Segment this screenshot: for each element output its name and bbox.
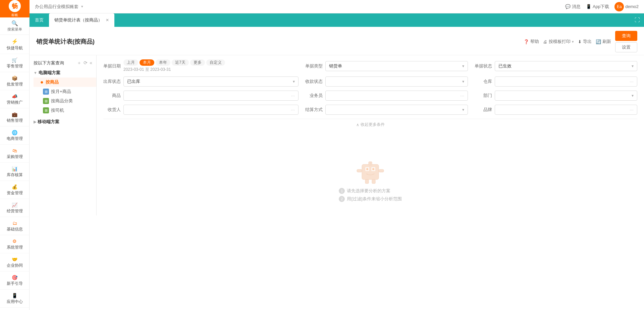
filter-doc-type-item: 单据类型 销货单 ▾ bbox=[305, 61, 468, 71]
help-label: 帮助 bbox=[530, 39, 539, 45]
content-body: 按以下方案查询 ＋ ⟳ « ▼ 电脑端方案 ● 按商品 bbox=[30, 55, 644, 215]
recipient-more-icon[interactable]: ··· bbox=[291, 107, 295, 112]
date-this-month-btn[interactable]: 本月 bbox=[140, 59, 154, 66]
left-sidebar: 畅 标账 🔍 搜索菜单 ⚡ 快捷导航 🛒 零售管理 📦 批发管理 📣 营销推广 … bbox=[0, 0, 30, 310]
user-profile-btn[interactable]: Ea demo2 bbox=[614, 2, 639, 11]
basic-item[interactable]: 🗂 基础信息 bbox=[0, 217, 29, 235]
salesperson-more-icon[interactable]: ··· bbox=[460, 93, 464, 98]
apps-item[interactable]: 📱 应用中心 bbox=[0, 290, 29, 308]
filter-row-3: 商品 ··· 业务员 ··· bbox=[103, 91, 637, 101]
setting-button[interactable]: 设置 bbox=[615, 42, 637, 52]
warehouse-more-icon[interactable]: ··· bbox=[630, 79, 634, 84]
marketing-item[interactable]: 📣 营销推广 bbox=[0, 90, 29, 108]
date-prev-month-btn[interactable]: 上月 bbox=[123, 59, 138, 66]
dept-label: 部门 bbox=[475, 93, 495, 99]
sales-item[interactable]: 💼 销售管理 bbox=[0, 108, 29, 126]
help-btn[interactable]: ❓ 帮助 bbox=[524, 39, 539, 45]
topbar-left: 办公用品行业模拟账套 ▾ bbox=[35, 4, 83, 10]
tree-item-by-goods[interactable]: ● 按商品 bbox=[34, 78, 96, 87]
date-7-days-btn[interactable]: 近7天 bbox=[172, 59, 189, 66]
finance-item[interactable]: 💰 资金管理 bbox=[0, 181, 29, 199]
warehouse-select[interactable]: ··· bbox=[495, 76, 637, 87]
collapse-filter-btn[interactable]: ∧ 收起更多条件 bbox=[103, 119, 637, 130]
newbie-label: 新手引导 bbox=[7, 281, 23, 287]
purchase-item[interactable]: 🛍 采购管理 bbox=[0, 145, 29, 163]
tree-pc-category[interactable]: ▼ 电脑端方案 bbox=[30, 68, 96, 78]
retail-item[interactable]: 🛒 零售管理 bbox=[0, 54, 29, 72]
filter-settlement-item: 结算方式 ▾ bbox=[305, 105, 468, 115]
basic-label: 基础信息 bbox=[7, 226, 23, 232]
quick-nav-item[interactable]: ⚡ 快捷导航 bbox=[0, 35, 29, 54]
system-item[interactable]: ⚙ 系统管理 bbox=[0, 235, 29, 253]
by-goods-label: 按商品 bbox=[46, 79, 59, 85]
doc-type-select[interactable]: 销货单 ▾ bbox=[325, 61, 468, 71]
doc-status-dropdown-icon: ▾ bbox=[632, 64, 634, 68]
tree-item-by-goods-cat[interactable]: ⊞ 按商品分类 bbox=[34, 96, 96, 106]
doc-status-select[interactable]: 已生效 ▾ bbox=[495, 61, 637, 71]
message-label: 消息 bbox=[572, 4, 581, 10]
tree-pc-label: 电脑端方案 bbox=[39, 70, 60, 76]
filter-warehouse-out-item: 出库状态 已出库 ▾ bbox=[103, 76, 299, 87]
template-print-btn[interactable]: 🖨 按模板打印 ▾ bbox=[543, 39, 574, 45]
dept-select[interactable]: ▾ bbox=[495, 91, 637, 101]
query-button[interactable]: 查询 bbox=[615, 31, 637, 41]
ecommerce-item[interactable]: 🌐 电商管理 bbox=[0, 126, 29, 145]
filter-brand-item: 品牌 ··· bbox=[475, 105, 637, 115]
collapse-panel-icon[interactable]: « bbox=[90, 60, 92, 66]
industry-label: 办公用品行业模拟账套 bbox=[35, 4, 78, 10]
date-this-year-btn[interactable]: 本年 bbox=[156, 59, 170, 66]
app-logo[interactable]: 畅 标账 bbox=[0, 0, 30, 17]
tab-expand-icon[interactable]: ⛶ bbox=[635, 17, 644, 23]
brand-select[interactable]: ··· bbox=[495, 105, 637, 115]
operations-item[interactable]: 📈 经营管理 bbox=[0, 199, 29, 217]
main-area: 办公用品行业模拟账套 ▾ 💬 消息 📱 App下载 Ea demo2 首页 销货… bbox=[30, 0, 644, 310]
add-scheme-icon[interactable]: ＋ bbox=[77, 60, 82, 66]
refresh-icon: 🔄 bbox=[596, 39, 601, 44]
wechat-item[interactable]: 💬 企业微信 bbox=[0, 308, 29, 310]
industry-dropdown[interactable]: ▾ bbox=[81, 4, 83, 9]
message-btn[interactable]: 💬 消息 bbox=[565, 4, 581, 10]
recipient-select[interactable]: ··· bbox=[123, 105, 299, 115]
tab-sales-stat[interactable]: 销货单统计表（按商品） ✕ bbox=[49, 13, 114, 27]
svg-point-3 bbox=[366, 168, 368, 170]
logo-icon: 畅 bbox=[9, 0, 21, 12]
refresh-btn[interactable]: 🔄 刷新 bbox=[596, 39, 611, 45]
date-more-btn[interactable]: 更多 bbox=[190, 59, 205, 66]
tab-home[interactable]: 首页 bbox=[30, 13, 49, 27]
scheme-panel: 按以下方案查询 ＋ ⟳ « ▼ 电脑端方案 ● 按商品 bbox=[30, 55, 97, 215]
dept-dropdown-icon: ▾ bbox=[632, 93, 634, 98]
template-print-dropdown-icon[interactable]: ▾ bbox=[572, 40, 574, 44]
by-goods-cat-label: 按商品分类 bbox=[51, 98, 73, 104]
by-printer-label: 按司机 bbox=[51, 107, 64, 113]
tree-mobile-category[interactable]: ▶ 移动端方案 bbox=[30, 117, 96, 126]
tab-close-icon[interactable]: ✕ bbox=[106, 18, 109, 22]
settlement-label: 结算方式 bbox=[305, 107, 325, 113]
filter-payment-status-item: 收款状态 ▾ bbox=[305, 76, 468, 87]
enterprise-item[interactable]: 🤝 企业协同 bbox=[0, 253, 29, 271]
wholesale-item[interactable]: 📦 批发管理 bbox=[0, 72, 29, 90]
scheme-panel-icons: ＋ ⟳ « bbox=[77, 60, 92, 66]
tree-item-by-month-goods[interactable]: ⊞ 按月+商品 bbox=[34, 87, 96, 96]
payment-status-select[interactable]: ▾ bbox=[325, 76, 468, 87]
operations-label: 经营管理 bbox=[7, 208, 23, 214]
refresh-scheme-icon[interactable]: ⟳ bbox=[84, 60, 88, 66]
export-btn[interactable]: ⬇ 导出 bbox=[578, 39, 592, 45]
enterprise-label: 企业协同 bbox=[7, 263, 23, 268]
newbie-item[interactable]: 🎯 新手引导 bbox=[0, 271, 29, 290]
salesperson-select[interactable]: ··· bbox=[325, 91, 468, 101]
search-menu-item[interactable]: 🔍 搜索菜单 bbox=[0, 17, 29, 35]
tab-sales-stat-label: 销货单统计表（按商品） bbox=[54, 17, 102, 23]
brand-label: 品牌 bbox=[475, 107, 495, 113]
brand-more-icon[interactable]: ··· bbox=[630, 107, 634, 112]
tree-item-by-printer[interactable]: ⊞ 按司机 bbox=[34, 106, 96, 115]
inventory-item[interactable]: 📊 库存核算 bbox=[0, 163, 29, 181]
date-range-text: 2023-03-01 至 2023-03-31 bbox=[123, 67, 171, 72]
goods-select[interactable]: ··· bbox=[123, 91, 299, 101]
goods-more-icon[interactable]: ··· bbox=[291, 93, 295, 98]
app-download-btn[interactable]: 📱 App下载 bbox=[586, 4, 609, 10]
date-custom-btn[interactable]: 自定义 bbox=[206, 59, 225, 66]
apps-label: 应用中心 bbox=[7, 299, 23, 305]
settlement-select[interactable]: ▾ bbox=[325, 105, 468, 115]
tree-mobile-label: 移动端方案 bbox=[38, 119, 59, 125]
warehouse-out-select[interactable]: 已出库 ▾ bbox=[123, 76, 299, 87]
